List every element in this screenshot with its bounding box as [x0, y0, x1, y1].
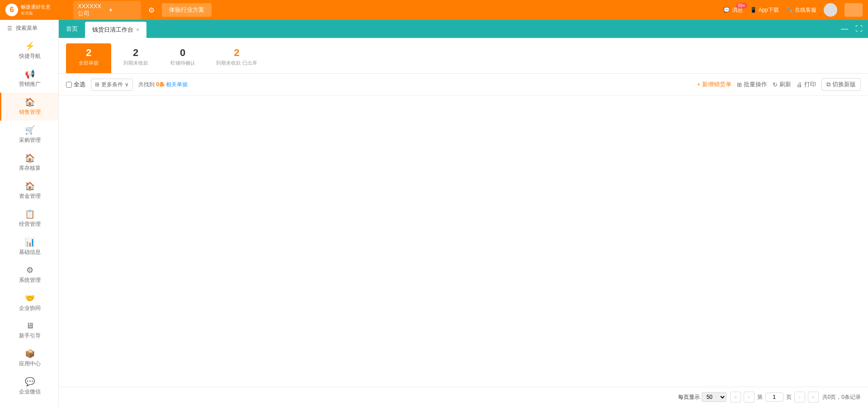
- batch-operation-button[interactable]: ⊞ 批量操作: [737, 80, 767, 89]
- select-all-checkbox[interactable]: 全选: [66, 80, 85, 89]
- toolbar: 全选 ⊞ 更多条件 ∨ 共找到 0条 相关单据 + 新增销货单 ⊞ 批量操作: [59, 74, 868, 96]
- stat-all-label: 全部单据: [75, 60, 102, 66]
- sidebar-item-quick-nav[interactable]: ⚡ 快捷导航: [0, 37, 58, 65]
- checkbox-input[interactable]: [66, 82, 72, 88]
- stat-tab-pending[interactable]: 0 旺铺待确认: [160, 43, 205, 73]
- tab-home[interactable]: 首页: [59, 20, 85, 38]
- sidebar-item-search-menu[interactable]: ☰ 搜索菜单: [0, 20, 58, 37]
- stats-tabs: 2 全部单据 2 到期未收款 0 旺铺待确认 2 到期未收款 已出库: [66, 43, 861, 73]
- member-icon: ▽: [27, 405, 33, 407]
- print-button[interactable]: 🖨 打印: [797, 80, 816, 89]
- company-selector[interactable]: XXXXXX公司 ▼: [73, 1, 141, 19]
- experience-button[interactable]: 体验行业方案: [162, 3, 212, 17]
- wechat-icon: 💬: [25, 377, 35, 387]
- service-icon: 🔧: [786, 7, 793, 13]
- filter-label: 更多条件: [101, 81, 123, 89]
- avatar[interactable]: [824, 3, 837, 17]
- home-tab-label: 首页: [66, 25, 78, 33]
- refresh-button[interactable]: ↻ 刷新: [773, 80, 791, 89]
- sidebar-item-basic[interactable]: 📊 基础信息: [0, 233, 58, 261]
- total-count: 0条: [156, 81, 165, 88]
- toolbar-right: + 新增销货单 ⊞ 批量操作 ↻ 刷新 🖨 打印 ⧉: [697, 78, 861, 91]
- message-button[interactable]: 💬 消息 99+: [723, 6, 743, 14]
- sidebar-item-member[interactable]: ▽ 畅会员: [0, 400, 58, 407]
- sidebar-item-operation[interactable]: 📋 经营管理: [0, 205, 58, 233]
- online-service-button[interactable]: 🔧 在线客服: [786, 6, 816, 14]
- switch-label: 切换新版: [832, 80, 856, 89]
- purchase-icon: 🛒: [25, 125, 35, 135]
- last-page-button[interactable]: »: [808, 392, 819, 402]
- tab-close-icon[interactable]: ×: [136, 27, 139, 33]
- page-nav: « ‹ 第 页 › »: [730, 392, 819, 402]
- purchase-label: 采购管理: [19, 136, 41, 144]
- app-download-button[interactable]: 📱 App下载: [750, 6, 779, 14]
- message-badge: 99+: [736, 3, 747, 9]
- sidebar-item-sales[interactable]: 🏠 销售管理: [0, 93, 58, 121]
- sidebar-item-enterprise[interactable]: 🤝 企业协同: [0, 289, 58, 317]
- stat-tab-shipped[interactable]: 2 到期未收款 已出库: [207, 43, 266, 73]
- stat-shipped-label: 到期未收款 已出库: [216, 60, 257, 66]
- tab-maximize-button[interactable]: ⛶: [854, 23, 864, 34]
- sidebar-item-wechat[interactable]: 💬 企业微信: [0, 372, 58, 400]
- page-size-label: 每页显示: [678, 393, 700, 401]
- settings-button[interactable]: ⚙: [145, 3, 158, 17]
- newbie-label: 新手引导: [19, 332, 41, 340]
- table-area: [59, 96, 868, 387]
- sidebar-item-marketing[interactable]: 📢 营销推广: [0, 65, 58, 93]
- print-icon: 🖨: [797, 81, 802, 88]
- sidebar-item-app-center[interactable]: 📦 应用中心: [0, 344, 58, 372]
- enterprise-label: 企业协同: [19, 304, 41, 312]
- add-sales-order-button[interactable]: + 新增销货单: [697, 80, 731, 89]
- total-info: 共找到 0条 相关单据: [138, 81, 188, 89]
- newbie-icon: 🖥: [26, 321, 34, 331]
- logo-area: 6 畅捷通好生意 标准版: [5, 4, 64, 16]
- next-page-button[interactable]: ›: [794, 392, 805, 402]
- quick-nav-icon: ⚡: [25, 41, 35, 51]
- work-bench-tab-label: 钱货日清工作台: [92, 26, 133, 34]
- search-menu-icon: ☰: [7, 25, 12, 32]
- system-label: 系统管理: [19, 276, 41, 284]
- refresh-label: 刷新: [779, 80, 791, 89]
- tab-minimize-button[interactable]: —: [839, 23, 850, 34]
- sidebar-item-system[interactable]: ⚙ 系统管理: [0, 261, 58, 289]
- stat-shipped-number: 2: [216, 47, 257, 59]
- system-icon: ⚙: [26, 265, 33, 275]
- sidebar-item-newbie[interactable]: 🖥 新手引导: [0, 317, 58, 344]
- stat-tab-overdue[interactable]: 2 到期未收款: [113, 43, 158, 73]
- refresh-icon: ↻: [773, 81, 778, 88]
- related-link[interactable]: 相关单据: [166, 81, 188, 88]
- enterprise-icon: 🤝: [25, 293, 35, 303]
- page-total: 共0页，0条记录: [822, 393, 861, 401]
- minimize-icon: —: [841, 25, 848, 33]
- sidebar-item-inventory[interactable]: 🏠 库存核算: [0, 149, 58, 177]
- filter-arrow-icon: ∨: [125, 81, 129, 88]
- pagination-bar: 每页显示 50 100 200 « ‹ 第 页 › » 共0页，0条记录: [59, 387, 868, 407]
- page-size-dropdown[interactable]: 50 100 200: [702, 392, 726, 402]
- maximize-icon: ⛶: [855, 25, 863, 33]
- switch-icon: ⧉: [826, 81, 830, 88]
- sidebar-item-purchase[interactable]: 🛒 采购管理: [0, 121, 58, 149]
- filter-button[interactable]: ⊞ 更多条件 ∨: [91, 79, 133, 91]
- tab-bar-actions: — ⛶: [839, 20, 868, 38]
- message-icon: 💬: [723, 7, 730, 13]
- stat-all-number: 2: [75, 47, 102, 59]
- prev-page-button[interactable]: ‹: [744, 392, 755, 402]
- online-service-label: 在线客服: [795, 6, 816, 14]
- page-number-input[interactable]: [765, 393, 783, 402]
- tab-work-bench[interactable]: 钱货日清工作台 ×: [85, 22, 146, 38]
- stat-pending-number: 0: [169, 47, 196, 59]
- stat-overdue-label: 到期未收款: [122, 60, 149, 66]
- sales-icon: 🏠: [25, 97, 35, 107]
- app-center-label: 应用中心: [19, 360, 41, 368]
- download-icon: 📱: [750, 7, 757, 13]
- select-all-label: 全选: [74, 80, 85, 89]
- stat-tab-all[interactable]: 2 全部单据: [66, 43, 111, 73]
- tab-bar: 首页 钱货日清工作台 × — ⛶: [59, 20, 868, 38]
- page-suffix: 页: [786, 393, 792, 401]
- sidebar-item-finance[interactable]: 🏠 资金管理: [0, 177, 58, 205]
- logo-icon: 6: [5, 4, 18, 16]
- switch-new-version-button[interactable]: ⧉ 切换新版: [821, 78, 861, 91]
- dropdown-arrow-icon: ▼: [108, 8, 137, 13]
- user-name-area[interactable]: [844, 3, 863, 17]
- first-page-button[interactable]: «: [730, 392, 741, 402]
